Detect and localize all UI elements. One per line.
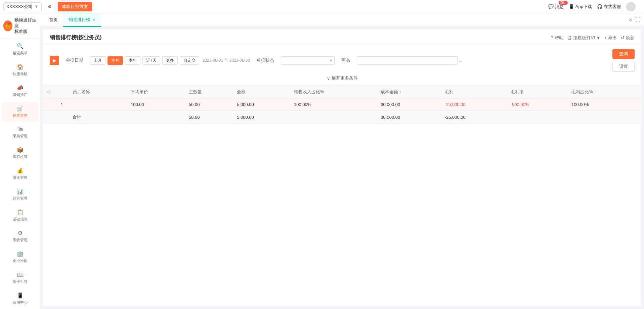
refresh-button[interactable]: ↺ 刷新: [621, 35, 635, 41]
export-button[interactable]: ↑ 导出: [605, 35, 617, 41]
expand-more-icon: ∨: [327, 76, 330, 81]
tab-home[interactable]: 首页: [44, 13, 63, 27]
col-sales-ratio: 销售收入占比%: [290, 86, 377, 99]
date-filter: 上月 本月 本年 近7天 更多 自定义 2023-06-01 至 2023-06…: [90, 56, 250, 65]
col-cost: 成本全额 ℹ: [377, 86, 440, 99]
sidebar-item-appstore[interactable]: 📱 应用中心: [2, 289, 38, 308]
col-gross-rate: 毛利率: [507, 86, 567, 99]
goods-input[interactable]: [357, 56, 458, 65]
page-content: 销售排行榜(按业务员) ? 帮助 🖨 按模板打印 ▼ ↑ 导出: [43, 30, 641, 306]
sidebar-label-inventory: 库存核算: [13, 154, 28, 159]
app-download-label: App下载: [575, 4, 592, 10]
help-icon: ?: [551, 35, 553, 40]
footer-gross-ratio: [567, 111, 641, 124]
sidebar-label-shortcut: 快捷导航: [13, 71, 28, 76]
footer-main-qty: 50.00: [185, 111, 233, 124]
date-btn-last-month[interactable]: 上月: [90, 56, 105, 65]
cell-amount: 5,000.00: [233, 99, 290, 111]
sidebar-item-guide[interactable]: 📖 新手引导: [2, 268, 38, 288]
cost-info-icon[interactable]: ℹ: [399, 90, 401, 94]
sidebar: 🍊 畅康通好生意 标准版 🔍 搜索菜单 🏠 快捷导航 📣 营销推广 🛒 销售管理…: [0, 13, 40, 309]
filter-area: ▶ 单据日期 上月 本月 本年 近7天 更多 自定义 2023-06-01 至 …: [43, 45, 641, 86]
date-btn-this-year[interactable]: 本年: [125, 56, 140, 65]
message-badge: 99+: [559, 1, 568, 5]
col-main-qty: 主数量: [185, 86, 233, 99]
col-gross-ratio: 毛利占比% ↕: [567, 86, 641, 99]
marketing-icon: 📣: [17, 85, 24, 91]
sidebar-item-enterprise[interactable]: 🏢 企业协同: [2, 247, 38, 267]
goods-filter-label: 商品: [341, 57, 350, 63]
top-bar-right: 💬 消息 99+ 📱 App下载 🎧 在线客服: [548, 2, 641, 11]
date-btn-custom[interactable]: 自定义: [180, 56, 199, 65]
sidebar-item-basic[interactable]: 📋 基础信息: [2, 206, 38, 225]
tab-home-label: 首页: [49, 17, 58, 23]
cell-rank: 1: [55, 99, 69, 111]
sidebar-label-appstore: 应用中心: [13, 300, 28, 305]
sidebar-label-basic: 基础信息: [13, 217, 28, 222]
sidebar-item-shortcut[interactable]: 🏠 快捷导航: [2, 60, 38, 80]
sidebar-item-purchase[interactable]: 🛍 采购管理: [2, 123, 38, 142]
help-button[interactable]: ? 帮助: [551, 35, 563, 41]
online-service-button[interactable]: 🎧 在线客服: [597, 4, 621, 10]
footer-sales-ratio: [290, 111, 377, 124]
table-footer-row: 合计 50.00 5,000.00 30,000.00 -25,000.00: [43, 111, 641, 124]
company-name: XXXXXX公司: [6, 4, 33, 10]
date-btn-this-month[interactable]: 本月: [108, 56, 123, 65]
col-gross: 毛利: [441, 86, 507, 99]
tab-expand-icon[interactable]: ⛶: [635, 17, 641, 23]
footer-label: 合计: [69, 111, 127, 124]
message-button[interactable]: 💬 消息 99+: [548, 4, 564, 10]
filter-actions: 查询 设置: [612, 49, 635, 72]
footer-empty: [43, 111, 69, 124]
col-avg-price: 平均单价: [127, 86, 185, 99]
sidebar-item-marketing[interactable]: 📣 营销推广: [2, 81, 38, 101]
finance-icon: 💰: [17, 167, 24, 174]
top-bar: XXXXXX公司 ▼ ⚙ 体验行业方案 💬 消息 99+ 📱 App下载 🎧 在…: [0, 0, 644, 13]
settings-icon[interactable]: ⚙: [45, 2, 54, 11]
status-filter-label: 单据状态: [257, 57, 274, 63]
sidebar-item-operation[interactable]: 📊 经营管理: [2, 185, 38, 204]
more-conditions-button[interactable]: ...: [459, 58, 462, 63]
col-name: 员工名称: [69, 86, 127, 99]
status-select[interactable]: [281, 56, 335, 65]
template-print-button[interactable]: 🖨 按模板打印 ▼: [567, 35, 601, 41]
tab-close-all-icon[interactable]: ✕: [628, 17, 633, 23]
online-service-label: 在线客服: [604, 4, 621, 10]
tab-sales-rank[interactable]: 销售排行榜 ✕: [63, 13, 101, 27]
gross-ratio-sort-icon[interactable]: ↕: [594, 90, 596, 94]
sales-icon: 🛒: [17, 105, 24, 112]
page-actions: ? 帮助 🖨 按模板打印 ▼ ↑ 导出 ↺ 刷新: [551, 35, 635, 41]
sidebar-item-sales[interactable]: 🛒 销售管理: [2, 102, 38, 121]
avatar[interactable]: [626, 2, 636, 11]
sidebar-item-system[interactable]: ⚙ 系统管理: [2, 226, 38, 246]
page-header: 销售排行榜(按业务员) ? 帮助 🖨 按模板打印 ▼ ↑ 导出: [43, 30, 641, 45]
footer-cost: 30,000.00: [377, 111, 440, 124]
expand-more-button[interactable]: ∨ 展开更多条件: [327, 73, 358, 81]
help-label: 帮助: [555, 35, 563, 41]
app-download-button[interactable]: 📱 App下载: [569, 4, 592, 10]
chevron-down-icon: ▼: [34, 4, 39, 9]
date-btn-more[interactable]: 更多: [162, 56, 178, 65]
refresh-label: 刷新: [626, 35, 635, 41]
sidebar-label-sales: 销售管理: [13, 113, 28, 118]
cell-gross-rate: -500.00%: [507, 99, 567, 111]
sidebar-item-search[interactable]: 🔍 搜索菜单: [2, 40, 38, 59]
date-btn-7days[interactable]: 近7天: [142, 56, 160, 65]
system-icon: ⚙: [18, 230, 23, 236]
sidebar-item-inventory[interactable]: 📦 库存核算: [2, 143, 38, 163]
sales-rank-table: ⚙ 员工名称 平均单价 主数量 全额 销售收入占比% 成本全额 ℹ 毛利 毛利率…: [43, 86, 641, 124]
col-settings[interactable]: ⚙: [43, 86, 55, 99]
query-button[interactable]: 查询: [612, 49, 635, 59]
filter-expand-arrow-button[interactable]: ▶: [50, 56, 59, 65]
filter-settings-button[interactable]: 设置: [612, 61, 635, 72]
sidebar-label-search: 搜索菜单: [13, 51, 28, 56]
logo-line2: 标准版: [14, 29, 37, 35]
purchase-icon: 🛍: [17, 126, 23, 132]
cell-sales-ratio: 100.00%: [290, 99, 377, 111]
cell-main-qty: 50.00: [185, 99, 233, 111]
cell-name: [69, 99, 127, 111]
sidebar-item-finance[interactable]: 💰 资金管理: [2, 164, 38, 184]
company-selector[interactable]: XXXXXX公司 ▼: [3, 2, 42, 11]
trial-button[interactable]: 体验行业方案: [58, 2, 92, 11]
tab-close-icon[interactable]: ✕: [92, 17, 96, 22]
